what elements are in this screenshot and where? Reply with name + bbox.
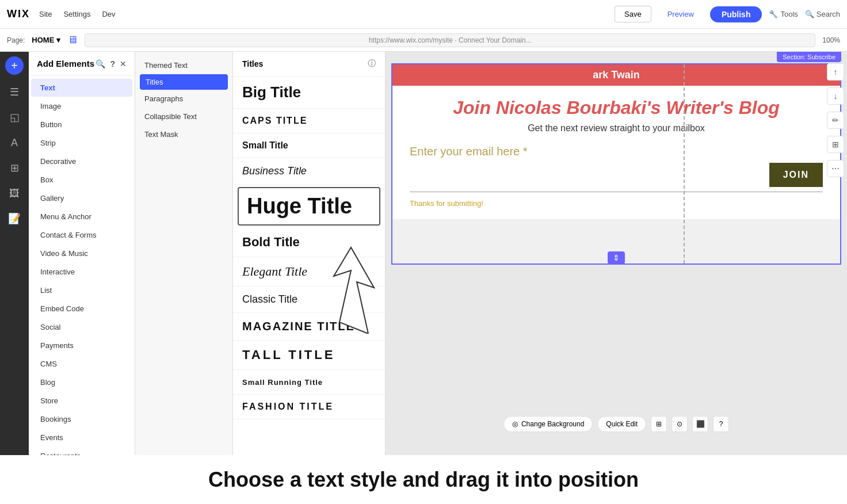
title-elegant-title[interactable]: Elegant Title [233, 257, 385, 287]
nav-dev[interactable]: Dev [102, 10, 115, 18]
subscribe-header: ark Twain [392, 64, 840, 86]
resize-handle[interactable]: ⇕ [608, 251, 625, 264]
publish-button[interactable]: Publish [710, 6, 762, 22]
tools-button[interactable]: 🔧 Tools [769, 10, 798, 18]
text-submenu-panel: Themed Text Titles Paragraphs Collapsibl… [135, 52, 233, 455]
element-list[interactable]: List [31, 281, 132, 299]
up-arrow-btn[interactable]: ↑ [827, 63, 844, 81]
text-submenu-paragraphs[interactable]: Paragraphs [135, 90, 232, 108]
element-payments[interactable]: Payments [31, 337, 132, 354]
element-menu-anchor[interactable]: Menu & Anchor [31, 208, 132, 226]
element-box[interactable]: Box [31, 171, 132, 189]
crop-icon-btn[interactable]: ⬛ [692, 416, 708, 432]
panel-close-icon[interactable]: ✕ [120, 59, 127, 68]
canvas-area: Section: Subscribe ark Twain Join Nicola… [386, 52, 847, 455]
chevron-down-icon: ▾ [56, 36, 60, 44]
expand-btn[interactable]: ⊞ [827, 136, 844, 153]
element-image[interactable]: Image [31, 97, 132, 115]
nav-settings[interactable]: Settings [63, 10, 90, 18]
element-blog[interactable]: Blog [31, 373, 132, 391]
add-elements-panel: Add Elements 🔍 ? ✕ Text Image Button Str… [29, 52, 135, 455]
pencil-btn[interactable]: ✏ [827, 112, 844, 129]
help-icon-btn[interactable]: ? [713, 416, 729, 432]
info-icon: ⓘ [368, 59, 376, 69]
panel-header-actions: 🔍 ? ✕ [96, 59, 127, 68]
change-background-button[interactable]: ◎ Change Background [503, 416, 593, 432]
subscribe-content: Join Nicolas Bourbaki's Writer's Blog Ge… [392, 86, 840, 219]
element-button[interactable]: Button [31, 116, 132, 133]
change-bg-icon: ◎ [512, 420, 518, 428]
plus-icon: + [11, 59, 18, 72]
add-elements-button[interactable]: + [5, 56, 24, 75]
title-business-title[interactable]: Business Title [233, 158, 385, 185]
section-divider [684, 64, 685, 264]
blog-icon[interactable]: 📝 [4, 208, 25, 229]
down-arrow-btn[interactable]: ↓ [827, 87, 844, 105]
title-small-running[interactable]: Small Running Title [233, 370, 385, 395]
element-store[interactable]: Store [31, 392, 132, 410]
element-events[interactable]: Events [31, 429, 132, 446]
title-tall-title[interactable]: TALL TITLE [233, 341, 385, 370]
save-button[interactable]: Save [615, 6, 651, 22]
page-selector[interactable]: HOME ▾ [32, 36, 60, 44]
email-row: JOIN [410, 163, 823, 192]
element-video-music[interactable]: Video & Music [31, 245, 132, 262]
blog-subtitle: Get the next review straight to your mai… [410, 123, 823, 133]
join-button[interactable]: JOIN [769, 163, 823, 187]
panel-help-icon[interactable]: ? [110, 59, 115, 68]
bottom-instruction-banner: Choose a text style and drag it into pos… [0, 455, 847, 504]
text-icon[interactable]: A [4, 132, 25, 153]
title-big-title[interactable]: Big Title [233, 77, 385, 109]
layers-icon[interactable]: ◱ [4, 107, 25, 128]
more-btn[interactable]: ⋯ [827, 160, 844, 177]
element-bookings[interactable]: Bookings [31, 410, 132, 428]
topbar: WIX Site Settings Dev Save Preview Publi… [0, 0, 847, 29]
element-contact-forms[interactable]: Contact & Forms [31, 226, 132, 244]
grid-icon-btn[interactable]: ⊞ [651, 416, 667, 432]
topbar-search-button[interactable]: 🔍 Search [805, 10, 840, 18]
element-gallery[interactable]: Gallery [31, 189, 132, 207]
title-magazine-title[interactable]: MAGAZINE TITLE [233, 313, 385, 341]
nav-site[interactable]: Site [39, 10, 52, 18]
email-label: Enter your email here * [410, 145, 823, 158]
page-label: Page: [7, 36, 25, 44]
titles-panel: Titles ⓘ Big Title CAPS TITLE Small Titl… [233, 52, 386, 455]
element-interactive[interactable]: Interactive [31, 263, 132, 281]
element-embed-code[interactable]: Embed Code [31, 300, 132, 318]
element-text[interactable]: Text [31, 79, 132, 97]
secondbar: Page: HOME ▾ 🖥 https://www.wix.com/mysit… [0, 29, 847, 52]
desktop-icon[interactable]: 🖥 [67, 34, 78, 46]
media-icon[interactable]: 🖼 [4, 183, 25, 204]
title-fashion-title[interactable]: FASHION TITLE [233, 395, 385, 419]
title-small-title[interactable]: Small Title [233, 133, 385, 158]
preview-button[interactable]: Preview [658, 6, 703, 22]
pages-icon[interactable]: ☰ [4, 82, 25, 102]
titles-panel-title: Titles [242, 59, 263, 68]
panel-search-icon[interactable]: 🔍 [96, 59, 105, 68]
settings-icon-btn[interactable]: ⊙ [672, 416, 688, 432]
quick-edit-button[interactable]: Quick Edit [597, 416, 646, 432]
title-caps-title[interactable]: CAPS TITLE [233, 109, 385, 133]
title-huge-title[interactable]: Huge Title [238, 187, 380, 226]
title-bold-title[interactable]: Bold Title [233, 228, 385, 257]
tools-icon: 🔧 [769, 10, 778, 18]
text-submenu-titles[interactable]: Titles [140, 74, 228, 90]
element-cms[interactable]: CMS [31, 355, 132, 373]
apps-icon[interactable]: ⊞ [4, 158, 25, 178]
element-restaurants[interactable]: Restaurants [31, 447, 132, 455]
title-classic-title[interactable]: Classic Title [233, 287, 385, 313]
text-submenu-mask[interactable]: Text Mask [135, 125, 232, 143]
url-bar[interactable]: https://www.wix.com/mysite · Connect You… [85, 33, 815, 47]
element-decorative[interactable]: Decorative [31, 152, 132, 170]
element-strip[interactable]: Strip [31, 134, 132, 152]
panel-header: Add Elements 🔍 ? ✕ [29, 52, 135, 76]
topbar-nav: Site Settings Dev [39, 10, 116, 18]
blog-title: Join Nicolas Bourbaki's Writer's Blog [410, 97, 823, 119]
element-social[interactable]: Social [31, 318, 132, 336]
right-toolbar: ↑ ↓ ✏ ⊞ ⋯ [824, 52, 847, 455]
text-submenu-themed[interactable]: Themed Text [135, 56, 232, 74]
titles-panel-header: Titles ⓘ [233, 52, 385, 77]
text-submenu-collapsible[interactable]: Collapsible Text [135, 108, 232, 125]
left-sidebar-icons: + ☰ ◱ A ⊞ 🖼 📝 [0, 52, 29, 455]
thanks-text: Thanks for submitting! [410, 199, 823, 208]
